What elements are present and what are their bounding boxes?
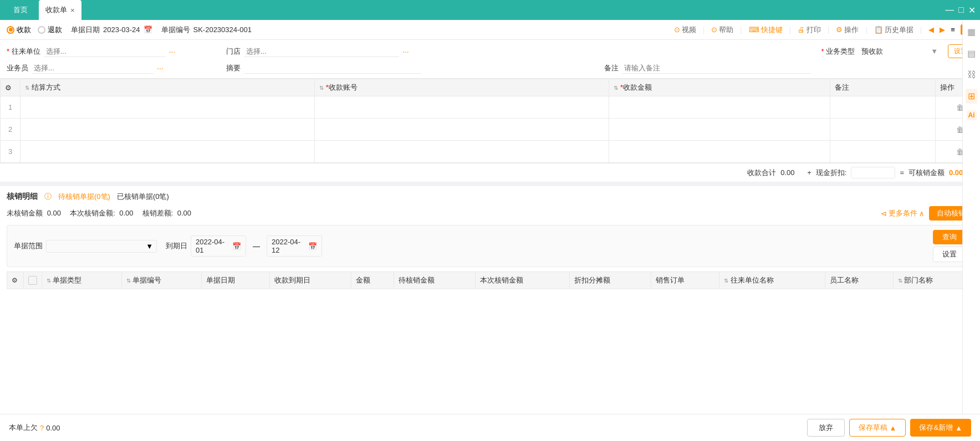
row-2-amount[interactable] [609, 119, 830, 141]
tab-receipt[interactable]: 收款单 × [39, 0, 81, 20]
radio-refund[interactable]: 退款 [38, 25, 62, 35]
bottom-stat: 本单上欠 ? 0.00 [9, 423, 60, 433]
pending-tab[interactable]: 待核销单据(0笔) [58, 192, 110, 202]
layout-icon[interactable]: ≡ [951, 25, 955, 34]
shortcut-action[interactable]: ⌨ 快捷键 [749, 25, 783, 35]
video-action[interactable]: ⊙ 视频 [674, 25, 696, 35]
save-draft-arrow[interactable]: ▲ [890, 424, 897, 432]
next-icon[interactable]: ▶ [940, 25, 945, 34]
discard-btn[interactable]: 放弃 [807, 419, 845, 437]
sidebar-table-icon[interactable]: ▦ [965, 24, 978, 39]
radio-receive[interactable]: 收款 [7, 25, 31, 35]
th-remark-label: 备注 [835, 83, 849, 91]
bottom-stat-info-icon[interactable]: ? [40, 424, 44, 432]
query-btn[interactable]: 查询 [933, 230, 966, 244]
verify-title: 核销明细 [7, 192, 38, 202]
sort-type-icon[interactable]: ⇅ [47, 278, 51, 284]
partner-more-icon[interactable]: ··· [169, 47, 176, 56]
maximize-icon[interactable]: □ [958, 5, 964, 16]
th-partner: ⇅ 往来单位名称 [719, 272, 825, 289]
partner-input[interactable] [44, 46, 166, 57]
minimize-icon[interactable]: — [945, 5, 954, 16]
detail-table: ⚙ ⇅ 单据类型 ⇅ 单据编号 单据日期 [7, 271, 973, 289]
filter-settings-btn[interactable]: 设置 [933, 247, 966, 262]
form-row-1: * 往来单位 ··· 门店 ··· * 业务类型 预收款 ▼ 设置 [7, 44, 973, 58]
more-conditions-btn[interactable]: ⊲ 更多条件 ∧ [881, 208, 925, 218]
sidebar-list-icon[interactable]: ▤ [965, 46, 978, 61]
radio-receive-dot [9, 28, 13, 32]
remark-input[interactable] [622, 63, 810, 74]
staff-field: 业务员 ··· [7, 63, 217, 74]
th-account-label: 收款账号 [329, 83, 358, 91]
shop-more-icon[interactable]: ··· [402, 47, 409, 56]
summary-field: 摘要 [226, 63, 595, 74]
row-3-account[interactable] [315, 141, 609, 163]
th-amount: 金额 [351, 272, 394, 289]
help-icon: ⊙ [711, 25, 717, 34]
row-1-remark[interactable] [830, 96, 935, 119]
staff-more-icon[interactable]: ··· [157, 64, 164, 73]
staff-input[interactable] [32, 63, 154, 74]
calendar-icon[interactable]: 📅 [144, 25, 152, 34]
row-3-settle[interactable] [21, 141, 315, 163]
date-from-input[interactable]: 2022-04-01 📅 [191, 235, 246, 257]
sidebar-expand-icon[interactable]: ⊞ [966, 89, 977, 104]
sort-settle-icon[interactable]: ⇅ [25, 85, 29, 91]
header-checkbox[interactable] [28, 276, 37, 285]
ai-label[interactable]: Ai [967, 110, 977, 120]
range-select[interactable]: ▼ [46, 240, 157, 253]
calendar-to-icon[interactable]: 📅 [308, 242, 317, 250]
th-settings[interactable]: ⚙ [1, 79, 21, 96]
remark-label: 备注 [604, 63, 619, 73]
history-action[interactable]: 📋 历史单据 [874, 25, 913, 35]
sort-amount-icon[interactable]: ⇅ [614, 85, 618, 91]
close-icon[interactable]: ✕ [968, 5, 976, 16]
tab-close-icon[interactable]: × [70, 6, 75, 14]
plus-sign: + [807, 168, 811, 177]
save-draft-btn[interactable]: 保存草稿 ▲ [849, 419, 906, 437]
operation-action[interactable]: ⚙ 操作 [836, 25, 859, 35]
print-action[interactable]: 🖨 打印 [798, 25, 821, 35]
th-settings-detail[interactable]: ⚙ [7, 272, 24, 289]
tab-home[interactable]: 首页 [4, 0, 37, 20]
total-label: 收款合计 [747, 168, 776, 178]
row-2-remark[interactable] [830, 119, 935, 141]
due-label: 到期日 [166, 241, 187, 251]
row-3-remark[interactable] [830, 141, 935, 163]
row-1-settle[interactable] [21, 96, 315, 119]
help-action[interactable]: ⊙ 帮助 [711, 25, 733, 35]
summary-input[interactable] [244, 63, 421, 74]
date-field: 单据日期 2023-03-24 📅 [71, 25, 152, 35]
range-arrow: ▼ [146, 242, 153, 250]
sidebar-link-icon[interactable]: ⛓ [965, 68, 978, 82]
discount-input[interactable] [851, 167, 895, 178]
prev-icon[interactable]: ◀ [928, 25, 934, 34]
verify-info-icon[interactable]: ⓘ [44, 192, 52, 202]
date-to-input[interactable]: 2022-04-12 📅 [267, 235, 322, 257]
business-type-arrow[interactable]: ▼ [931, 47, 938, 55]
sort-partner-icon[interactable]: ⇅ [724, 278, 728, 284]
row-2-account[interactable] [315, 119, 609, 141]
calendar-from-icon[interactable]: 📅 [232, 242, 241, 250]
sort-account-icon[interactable]: ⇅ [319, 85, 324, 91]
shop-input[interactable] [244, 46, 399, 57]
sort-number-icon[interactable]: ⇅ [126, 278, 131, 284]
print-label: 打印 [807, 25, 821, 35]
done-tab[interactable]: 已核销单据(0笔) [117, 192, 169, 202]
radio-receive-circle [7, 26, 14, 34]
toolbar: 收款 退款 单据日期 2023-03-24 📅 单据编号 SK-20230324… [0, 20, 980, 40]
save-new-arrow[interactable]: ▲ [955, 424, 962, 432]
th-discount: 折扣分摊额 [569, 272, 651, 289]
table-settings-icon[interactable]: ⚙ [5, 84, 12, 92]
row-3-num: 3 [1, 141, 21, 163]
row-2-settle[interactable] [21, 119, 315, 141]
video-icon: ⊙ [674, 25, 680, 34]
save-new-btn[interactable]: 保存&新增 ▲ [910, 419, 971, 437]
row-1-amount[interactable] [609, 96, 830, 119]
th-staff: 员工名称 [825, 272, 894, 289]
radio-group: 收款 退款 [7, 25, 62, 35]
filter-icon: ⊲ [881, 209, 887, 218]
sort-dept-icon[interactable]: ⇅ [898, 278, 902, 284]
row-1-account[interactable] [315, 96, 609, 119]
row-3-amount[interactable] [609, 141, 830, 163]
